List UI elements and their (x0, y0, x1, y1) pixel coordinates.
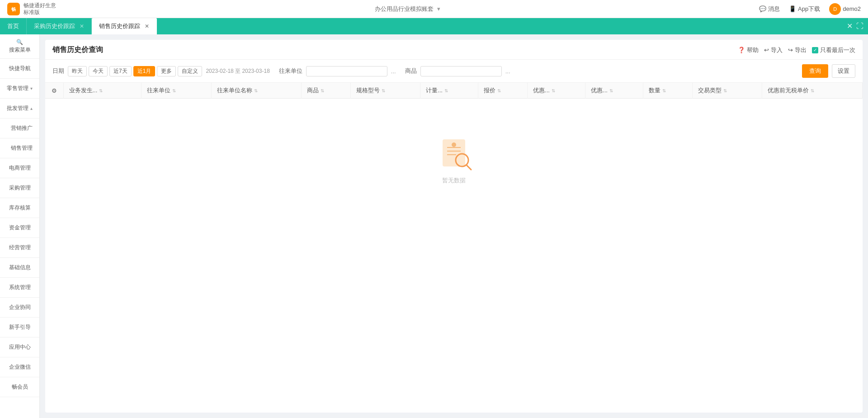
page-title: 销售历史价查询 (52, 45, 103, 55)
sidebar-item-finance[interactable]: 资金管理 (0, 218, 39, 238)
col-counterparty-name[interactable]: 往来单位名称 ⇅ (211, 83, 301, 99)
col-biz-date[interactable]: 业务发生... ⇅ (63, 83, 142, 99)
col-goods[interactable]: 商品 ⇅ (301, 83, 350, 99)
sort-icon: ⇅ (444, 88, 448, 93)
user-nav[interactable]: D demo2 (829, 3, 861, 15)
date-filter-group: 日期 昨天 今天 近7天 近1月 更多 自定义 2023-02-18 至 202… (52, 66, 270, 76)
message-nav[interactable]: 💬 消息 (759, 5, 780, 13)
svg-text:畅: 畅 (11, 7, 16, 12)
date-btn-custom[interactable]: 自定义 (178, 66, 202, 76)
sidebar-item-quick-nav[interactable]: 快捷导航 (0, 59, 39, 79)
sidebar-item-marketing[interactable]: 营销推广 (0, 119, 39, 138)
sidebar-item-beginner[interactable]: 新手引导 (0, 318, 39, 337)
sidebar-item-app-center[interactable]: 应用中心 (0, 337, 39, 357)
header-app-selector[interactable]: 办公用品行业模拟账套 ▾ (375, 5, 440, 13)
sidebar-item-system[interactable]: 系统管理 (0, 278, 39, 298)
date-btn-1month[interactable]: 近1月 (133, 66, 156, 76)
empty-text: 暂无数据 (442, 176, 466, 185)
sort-icon: ⇅ (609, 88, 613, 93)
close-tab-button[interactable]: ✕ (847, 23, 853, 30)
date-btn-yesterday[interactable]: 昨天 (68, 66, 87, 76)
search-icon: 🔍 (16, 39, 23, 45)
col-discount2[interactable]: 优惠... ⇅ (585, 83, 643, 99)
settings-icon: ⚙ (52, 87, 57, 94)
counterparty-picker-btn[interactable]: ... (391, 68, 396, 75)
sidebar-item-enterprise-coop[interactable]: 企业协同 (0, 298, 39, 318)
col-discount1[interactable]: 优惠... ⇅ (528, 83, 585, 99)
sidebar: 🔍 搜索菜单 快捷导航 零售管理 ▾ 批发管理 ▴ 营销推广 销售管理 电商管理… (0, 34, 40, 418)
date-btn-more[interactable]: 更多 (157, 66, 176, 76)
col-spec[interactable]: 规格型号 ⇅ (350, 83, 420, 99)
col-settings[interactable]: ⚙ (45, 83, 63, 99)
content-area: 销售历史价查询 ❓ 帮助 ↩ 导入 ↪ 导出 ✓ (40, 34, 868, 418)
export-action[interactable]: ↪ 导出 (788, 46, 807, 54)
sort-icon: ⇅ (552, 88, 555, 93)
checkbox-checked-icon: ✓ (812, 47, 818, 53)
tab-bar: 首页 采购历史价跟踪 ✕ 销售历史价跟踪 ✕ ✕ ⛶ (0, 18, 868, 34)
chevron-down-icon: ▾ (30, 86, 33, 91)
sidebar-item-search-menu[interactable]: 🔍 搜索菜单 (0, 34, 39, 59)
sidebar-item-purchase[interactable]: 采购管理 (0, 178, 39, 198)
counterparty-input[interactable] (306, 66, 387, 76)
page-actions: ❓ 帮助 ↩ 导入 ↪ 导出 ✓ 只看最后一次 (738, 46, 855, 54)
tab-purchase-history[interactable]: 采购历史价跟踪 ✕ (27, 18, 92, 34)
tab-home[interactable]: 首页 (0, 18, 27, 34)
empty-state: 暂无数据 (45, 99, 863, 221)
goods-picker-btn[interactable]: ... (505, 68, 510, 75)
sort-icon: ⇅ (497, 88, 501, 93)
sort-icon: ⇅ (662, 88, 666, 93)
date-buttons: 昨天 今天 近7天 近1月 更多 自定义 (68, 66, 202, 76)
sidebar-item-wholesale[interactable]: 批发管理 ▴ (0, 99, 39, 119)
date-btn-today[interactable]: 今天 (89, 66, 108, 76)
svg-point-8 (452, 142, 456, 147)
import-icon: ↩ (764, 47, 769, 53)
col-quoted-price[interactable]: 报价 ⇅ (478, 83, 527, 99)
app-download-nav[interactable]: 📱 App下载 (789, 5, 820, 13)
page-header: 销售历史价查询 ❓ 帮助 ↩ 导入 ↪ 导出 ✓ (45, 40, 863, 60)
tab-close-purchase[interactable]: ✕ (80, 23, 84, 29)
col-unit[interactable]: 计量... ⇅ (420, 83, 478, 99)
date-btn-7days[interactable]: 近7天 (109, 66, 132, 76)
settings-button[interactable]: 设置 (832, 64, 855, 78)
only-latest-checkbox[interactable]: ✓ 只看最后一次 (812, 46, 855, 54)
goods-filter-group: 商品 ... (405, 66, 510, 76)
sidebar-item-inventory[interactable]: 库存核算 (0, 198, 39, 218)
tab-sales-history[interactable]: 销售历史价跟踪 ✕ (92, 18, 157, 34)
help-action[interactable]: ❓ 帮助 (738, 46, 759, 54)
logo-text: 畅捷通好生意 标准版 (24, 2, 56, 15)
phone-icon: 📱 (789, 5, 796, 12)
tab-close-sales[interactable]: ✕ (145, 23, 149, 29)
query-button[interactable]: 查询 (802, 64, 828, 78)
table-header-row: ⚙ 业务发生... ⇅ 往来单位 (45, 83, 863, 99)
sidebar-item-retail[interactable]: 零售管理 ▾ (0, 79, 39, 99)
help-icon: ❓ (738, 47, 745, 53)
col-trade-type[interactable]: 交易类型 ⇅ (693, 83, 762, 99)
sidebar-item-sales-mgmt[interactable]: 销售管理 (0, 138, 39, 158)
tab-right-controls: ✕ ⛶ (847, 23, 868, 30)
sort-icon: ⇅ (321, 88, 324, 93)
goods-input[interactable] (420, 66, 502, 76)
page-card: 销售历史价查询 ❓ 帮助 ↩ 导入 ↪ 导出 ✓ (45, 40, 863, 413)
sidebar-item-ecommerce[interactable]: 电商管理 (0, 158, 39, 178)
sort-icon: ⇅ (811, 88, 814, 93)
logo-icon: 畅 (7, 3, 20, 15)
sidebar-item-enterprise-wechat[interactable]: 企业微信 (0, 357, 39, 377)
main-layout: 🔍 搜索菜单 快捷导航 零售管理 ▾ 批发管理 ▴ 营销推广 销售管理 电商管理… (0, 34, 868, 418)
export-icon: ↪ (788, 47, 793, 53)
col-quantity[interactable]: 数量 ⇅ (643, 83, 692, 99)
col-pretax-price[interactable]: 优惠前无税单价 ⇅ (762, 83, 863, 99)
sidebar-item-member[interactable]: 畅会员 (0, 377, 39, 397)
table-container: ⚙ 业务发生... ⇅ 往来单位 (45, 83, 863, 413)
sort-icon: ⇅ (382, 88, 385, 93)
col-counterparty-code[interactable]: 往来单位 ⇅ (142, 83, 211, 99)
empty-illustration (436, 135, 472, 171)
sidebar-item-basic-info[interactable]: 基础信息 (0, 258, 39, 278)
svg-line-7 (467, 165, 471, 170)
sort-icon: ⇅ (99, 88, 103, 93)
fullscreen-button[interactable]: ⛶ (856, 23, 863, 30)
avatar: D (829, 3, 841, 15)
import-action[interactable]: ↩ 导入 (764, 46, 783, 54)
date-range-text: 2023-02-18 至 2023-03-18 (206, 67, 269, 75)
sidebar-item-operations[interactable]: 经营管理 (0, 238, 39, 258)
filter-bar: 日期 昨天 今天 近7天 近1月 更多 自定义 2023-02-18 至 202… (45, 60, 863, 83)
